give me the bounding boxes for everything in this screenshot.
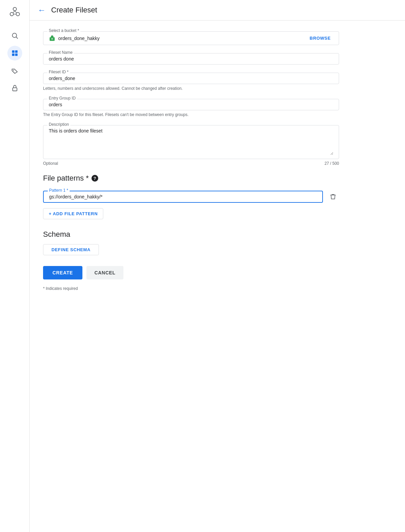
file-patterns-title: File patterns * ? (43, 174, 339, 183)
add-file-pattern-button[interactable]: + ADD FILE PATTERN (43, 208, 103, 219)
bucket-name: orders_done_hakky (58, 36, 100, 41)
add-pattern-label: + ADD FILE PATTERN (49, 211, 98, 216)
lock-sidebar-icon[interactable] (7, 81, 22, 96)
description-input[interactable]: This is orders done fileset (49, 128, 333, 155)
description-field-group: Description This is orders done fileset … (43, 125, 339, 166)
cancel-button[interactable]: CANCEL (86, 266, 124, 279)
search-sidebar-icon[interactable] (7, 28, 22, 43)
svg-point-1 (10, 12, 13, 16)
action-buttons: CREATE CANCEL (43, 266, 339, 279)
delete-pattern-1-button[interactable] (327, 191, 339, 203)
help-icon[interactable]: ? (91, 175, 98, 182)
entry-group-id-input[interactable] (49, 102, 333, 107)
svg-rect-10 (12, 53, 14, 56)
bucket-field: Select a bucket * orders_done_hakky BROW… (43, 31, 339, 45)
fileset-name-input[interactable] (49, 56, 333, 62)
pattern-1-label: Pattern 1 * (48, 188, 70, 193)
file-patterns-section: File patterns * ? Pattern 1 * + ADD FILE… (43, 174, 339, 219)
svg-line-4 (15, 11, 16, 13)
svg-line-3 (13, 11, 15, 13)
pattern-row-1: Pattern 1 * (43, 191, 339, 203)
entry-group-id-field-group: Entry Group ID The Entry Group ID for th… (43, 99, 339, 117)
sidebar (0, 0, 30, 532)
entry-group-id-helper: The Entry Group ID for this fileset. Fil… (43, 112, 339, 117)
svg-point-12 (13, 70, 14, 71)
page-title: Create Fileset (51, 6, 97, 14)
catalog-sidebar-icon[interactable] (7, 46, 22, 61)
entry-group-id-field: Entry Group ID (43, 99, 339, 110)
fileset-name-field-group: Fileset Name (43, 53, 339, 65)
svg-rect-15 (51, 38, 53, 39)
required-note: * Indicates required (43, 286, 339, 291)
fileset-id-label: Fileset ID * (47, 70, 70, 74)
page-header: ← Create Fileset (30, 0, 405, 21)
bucket-field-label: Select a bucket * (47, 28, 80, 33)
bucket-value-display: orders_done_hakky (49, 35, 100, 42)
svg-rect-13 (12, 88, 17, 91)
svg-point-2 (16, 12, 20, 16)
pattern-1-field: Pattern 1 * (43, 191, 323, 203)
description-helper-left: Optional (43, 161, 58, 166)
app-logo (8, 5, 22, 19)
description-char-count: 27 / 500 (325, 161, 339, 166)
pattern-1-input[interactable] (49, 194, 317, 199)
form-area: Select a bucket * orders_done_hakky BROW… (30, 21, 353, 302)
main-content: ← Create Fileset Select a bucket * order… (30, 0, 405, 532)
define-schema-button[interactable]: DEFINE SCHEMA (43, 244, 99, 255)
tag-sidebar-icon[interactable] (7, 63, 22, 78)
svg-rect-9 (15, 50, 17, 53)
fileset-name-label: Fileset Name (47, 50, 74, 55)
schema-title: Schema (43, 230, 339, 239)
description-label: Description (47, 122, 70, 127)
svg-rect-11 (15, 53, 17, 56)
schema-section: Schema DEFINE SCHEMA (43, 230, 339, 255)
back-button[interactable]: ← (38, 5, 46, 15)
create-button[interactable]: CREATE (43, 266, 82, 279)
svg-rect-8 (12, 50, 14, 53)
bucket-field-group: Select a bucket * orders_done_hakky BROW… (43, 31, 339, 45)
entry-group-id-label: Entry Group ID (47, 96, 77, 101)
fileset-id-field-group: Fileset ID * Letters, numbers and unders… (43, 73, 339, 91)
description-field: Description This is orders done fileset (43, 125, 339, 159)
fileset-name-field: Fileset Name (43, 53, 339, 65)
fileset-id-field: Fileset ID * (43, 73, 339, 84)
browse-button[interactable]: BROWSE (307, 34, 333, 42)
fileset-id-input[interactable] (49, 76, 333, 81)
svg-line-7 (16, 37, 17, 38)
svg-point-0 (13, 7, 16, 11)
fileset-id-helper: Letters, numbers and underscores allowed… (43, 86, 339, 91)
